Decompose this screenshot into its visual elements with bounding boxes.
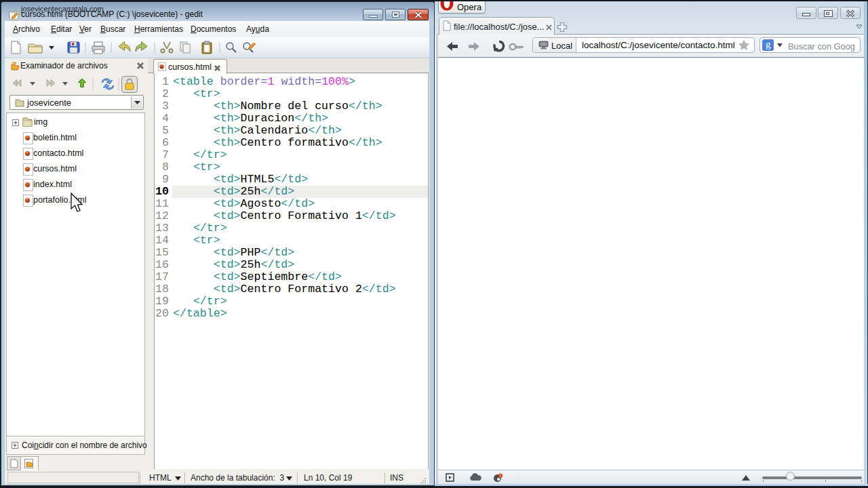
svg-text:!: !: [500, 474, 501, 478]
